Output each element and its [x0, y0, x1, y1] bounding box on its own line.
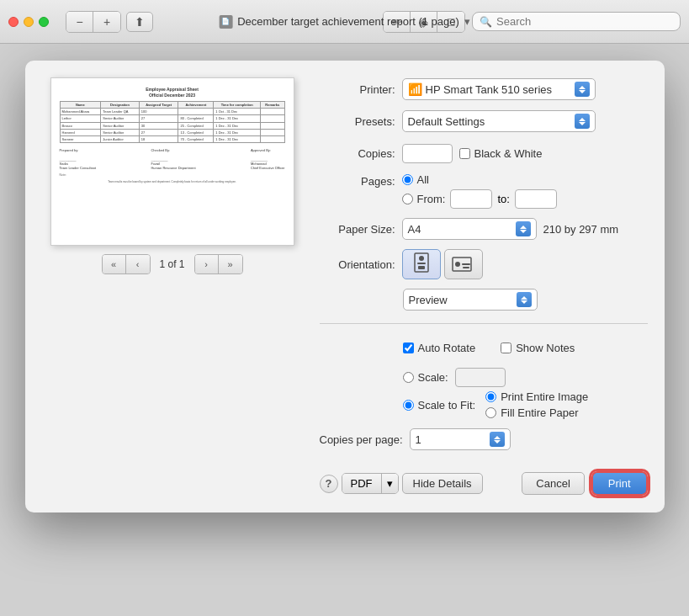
- hide-details-button[interactable]: Hide Details: [402, 473, 483, 494]
- preview-mode-arrow-icon: [517, 292, 532, 307]
- pages-all-radio[interactable]: [402, 174, 413, 185]
- portrait-button[interactable]: [402, 249, 441, 279]
- black-white-checkbox[interactable]: [459, 148, 470, 159]
- scale-to-fit-label[interactable]: Scale to Fit:: [403, 399, 476, 412]
- paper-size-value: A4: [408, 223, 421, 236]
- orientation-label: Orientation:: [320, 258, 395, 271]
- svg-rect-7: [463, 267, 469, 268]
- first-page-button[interactable]: «: [103, 255, 126, 273]
- pages-label: Pages:: [320, 173, 395, 188]
- zoom-in-icon: +: [103, 15, 110, 29]
- preview-content: Employee Appraisal SheetOfficial Decembe…: [51, 78, 294, 245]
- maximize-button[interactable]: [39, 17, 49, 27]
- preview-panel: Employee Appraisal SheetOfficial Decembe…: [42, 77, 303, 496]
- presets-row: Presets: Default Settings: [320, 109, 648, 133]
- printer-select[interactable]: 📶 HP Smart Tank 510 series: [402, 78, 596, 100]
- svg-point-5: [455, 262, 460, 267]
- pages-row: Pages: All From: 1 to: 1: [320, 173, 648, 209]
- show-notes-label[interactable]: Show Notes: [501, 342, 575, 354]
- scale-radio[interactable]: [403, 372, 414, 383]
- pdf-button-group: PDF ▾: [342, 473, 399, 494]
- page-preview: Employee Appraisal SheetOfficial Decembe…: [50, 77, 294, 246]
- copies-input[interactable]: 1: [402, 144, 453, 163]
- pdf-dropdown-button[interactable]: ▾: [382, 474, 398, 493]
- paper-dimensions: 210 by 297 mm: [543, 223, 619, 236]
- titlebar-center: 📄 December target achievement report (1 …: [219, 15, 470, 29]
- scale-row: Scale: 95% Scale to Fit: Print Entire: [320, 368, 648, 419]
- pages-to-text: to:: [497, 193, 509, 205]
- svg-point-1: [419, 256, 424, 261]
- black-white-checkbox-label[interactable]: Black & White: [459, 147, 543, 160]
- pages-all-text: All: [417, 173, 429, 186]
- close-button[interactable]: [8, 17, 19, 27]
- presets-value: Default Settings: [408, 115, 485, 128]
- pages-all-label[interactable]: All: [402, 173, 557, 186]
- pages-group: All From: 1 to: 1: [402, 173, 557, 209]
- pages-from-label[interactable]: From:: [402, 193, 446, 205]
- main-area: Employee Appraisal SheetOfficial Decembe…: [0, 44, 689, 529]
- auto-rotate-label[interactable]: Auto Rotate: [403, 342, 476, 354]
- copies-row: Copies: 1 Black & White: [320, 141, 648, 165]
- auto-rotate-checkbox[interactable]: [403, 343, 414, 353]
- zoom-out-icon: −: [76, 15, 82, 29]
- copies-per-page-label: Copies per page:: [320, 433, 403, 446]
- page-count: 1 of 1: [156, 258, 189, 270]
- copies-per-page-row: Copies per page: 1: [320, 427, 648, 451]
- presets-select[interactable]: Default Settings: [402, 110, 596, 132]
- svg-rect-3: [418, 266, 425, 269]
- print-entire-image-label[interactable]: Print Entire Image: [485, 390, 588, 403]
- preview-mode-select[interactable]: Preview: [403, 289, 538, 311]
- pages-from-input[interactable]: 1: [450, 189, 492, 209]
- print-button[interactable]: Print: [591, 471, 648, 496]
- fill-entire-paper-radio[interactable]: [485, 407, 496, 418]
- zoom-out-button[interactable]: −: [66, 12, 93, 32]
- paper-size-label: Paper Size:: [320, 223, 395, 236]
- svg-rect-2: [417, 263, 426, 264]
- fill-entire-paper-label[interactable]: Fill Entire Paper: [485, 406, 588, 419]
- print-entire-image-radio[interactable]: [485, 391, 496, 402]
- help-button[interactable]: ?: [320, 475, 338, 493]
- fill-entire-paper-text: Fill Entire Paper: [501, 406, 578, 419]
- pages-from-row: From: 1 to: 1: [402, 189, 557, 209]
- svg-rect-6: [462, 263, 470, 265]
- search-input[interactable]: [496, 15, 673, 28]
- portrait-icon: [411, 252, 432, 277]
- show-notes-checkbox[interactable]: [501, 343, 511, 353]
- nav-group-left: « ‹: [102, 254, 151, 274]
- printer-label: Printer:: [320, 83, 395, 96]
- scale-to-fit-radio[interactable]: [403, 400, 414, 411]
- title-dropdown-icon[interactable]: ▾: [464, 15, 470, 28]
- scale-options: Scale: 95% Scale to Fit: Print Entire: [403, 368, 589, 419]
- preview-doc-title: Employee Appraisal SheetOfficial Decembe…: [60, 87, 285, 98]
- pdf-label: PDF: [351, 477, 373, 490]
- share-button[interactable]: ⬆: [126, 12, 153, 32]
- landscape-icon: [451, 254, 476, 274]
- bottom-left: ? PDF ▾ Hide Details: [320, 473, 483, 494]
- orientation-group: [402, 249, 483, 279]
- zoom-controls: − +: [66, 11, 121, 33]
- next-page-button[interactable]: ›: [195, 255, 219, 273]
- scale-input[interactable]: 95%: [455, 368, 506, 387]
- print-image-options: Print Entire Image Fill Entire Paper: [485, 390, 588, 419]
- bottom-right: Cancel Print: [522, 471, 647, 496]
- help-icon: ?: [326, 477, 332, 490]
- pages-from-radio[interactable]: [402, 194, 413, 204]
- pages-to-input[interactable]: 1: [515, 189, 557, 209]
- paper-size-select[interactable]: A4: [402, 218, 537, 240]
- pdf-dropdown-icon: ▾: [387, 477, 393, 490]
- pdf-button[interactable]: PDF: [342, 474, 382, 493]
- presets-label: Presets:: [320, 115, 395, 128]
- prev-page-button[interactable]: ‹: [126, 255, 150, 273]
- copies-per-page-select[interactable]: 1: [410, 428, 511, 450]
- copies-per-page-value: 1: [416, 433, 421, 446]
- copies-per-page-arrow-icon: [490, 432, 505, 447]
- search-bar[interactable]: 🔍: [472, 12, 681, 31]
- landscape-button[interactable]: [444, 249, 483, 279]
- scale-radio-label[interactable]: Scale:: [403, 371, 448, 384]
- last-page-button[interactable]: »: [219, 255, 242, 273]
- cancel-button[interactable]: Cancel: [522, 472, 584, 495]
- minimize-button[interactable]: [24, 17, 34, 27]
- zoom-in-button[interactable]: +: [93, 12, 120, 32]
- preview-navigation: « ‹ 1 of 1 › »: [102, 254, 243, 274]
- titlebar: − + ⬆ 📄 December target achievement repo…: [0, 0, 689, 44]
